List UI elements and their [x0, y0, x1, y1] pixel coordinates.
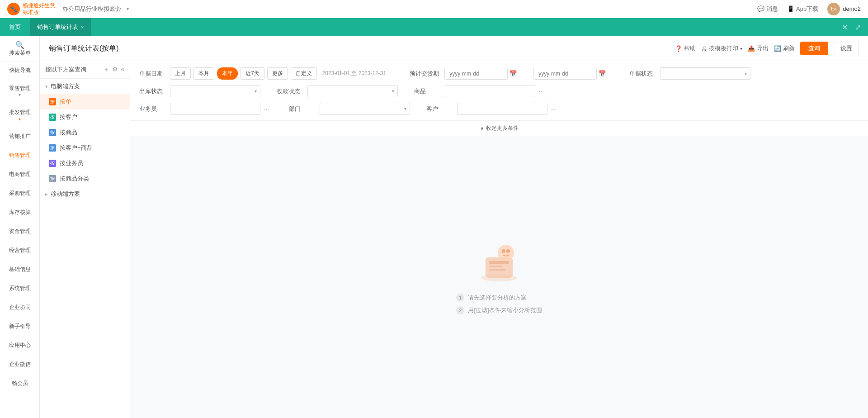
empty-illustration [472, 239, 526, 285]
svg-rect-2 [489, 261, 509, 264]
collapse-bar[interactable]: ∧ 收起更多条件 [130, 120, 868, 136]
tab-close-window-icon[interactable]: ✕ [840, 21, 849, 33]
payment-status-select[interactable] [307, 85, 398, 97]
sidebar-item-enterprise[interactable]: 企业协同 [0, 298, 39, 317]
collapse-arrow-icon: ∧ [480, 125, 484, 132]
export-button[interactable]: 📤 导出 [748, 44, 769, 52]
date-buttons: 上月 本月 本年 近7天 更多 自定义 2023-01-01 至 2023-12… [170, 67, 386, 80]
out-status-wrap: ▾ [170, 85, 260, 97]
empty-hints: 1 请先选择要分析的方案 2 用[过滤]条件来缩小分析范围 [456, 294, 542, 314]
out-status-select[interactable] [170, 85, 260, 97]
goods-input[interactable] [445, 85, 535, 97]
user-menu[interactable]: Ea demo2 [827, 3, 861, 15]
tab-close-button[interactable]: × [81, 24, 84, 30]
page-header: 销售订单统计表(按单) ❓ 帮助 🖨 按模板打印 ▾ 📤 导出 🔄 刷新 [40, 36, 868, 61]
tree-item-by-customer[interactable]: 按 按客户 [40, 109, 130, 125]
sidebar-item-finance[interactable]: 资金管理 [0, 222, 39, 241]
sidebar-item-appcenter[interactable]: 应用中心 [0, 336, 39, 355]
tab-sales-order-stats[interactable]: 销售订单统计表 × [30, 18, 91, 36]
app-download-button[interactable]: 📱 App下载 [787, 5, 818, 13]
bill-status-select[interactable] [660, 67, 750, 80]
payment-status-label: 收款状态 [277, 87, 302, 95]
more-button[interactable]: 更多 [267, 67, 288, 80]
sidebar-item-quicknav[interactable]: 快捷导航 [0, 62, 39, 79]
left-panel-header: 按以下方案查询 ＋ ⚙ « [40, 61, 130, 79]
top-bar: 🐾 畅捷通好生意 标准版 办公用品行业模拟账套 ▾ 💬 消息 📱 App下载 E… [0, 0, 868, 18]
message-button[interactable]: 💬 消息 [757, 5, 778, 13]
sidebar-item-base-info[interactable]: 基础信息 [0, 260, 39, 279]
tree-item-by-goods[interactable]: 按 按商品 [40, 125, 130, 140]
customer-label: 客户 [426, 105, 452, 113]
tree-item-by-customer-goods[interactable]: 按 按客户+商品 [40, 140, 130, 156]
tree-item-by-goods-category[interactable]: 按 按商品分类 [40, 171, 130, 186]
customer-more-icon[interactable]: ··· [547, 104, 560, 114]
sidebar-item-system[interactable]: 系统管理 [0, 279, 39, 298]
app-title-arrow-icon[interactable]: ▾ [127, 6, 129, 11]
tree-icon-salesperson: 按 [49, 160, 56, 167]
sidebar-item-purchase[interactable]: 采购管理 [0, 184, 39, 203]
sidebar-item-wechat[interactable]: 企业微信 [0, 355, 39, 374]
left-panel-title: 按以下方案查询 [45, 66, 86, 74]
dept-label: 部门 [289, 105, 314, 113]
this-month-button[interactable]: 本月 [193, 67, 214, 80]
print-icon: 🖨 [701, 45, 707, 52]
dept-wrap: ▾ [320, 103, 410, 115]
dept-select[interactable] [320, 103, 410, 115]
left-panel-actions: ＋ ⚙ « [103, 66, 124, 74]
empty-hint-2: 2 用[过滤]条件来缩小分析范围 [456, 306, 542, 314]
left-panel-add-button[interactable]: ＋ [103, 66, 109, 74]
salesperson-input[interactable] [170, 103, 260, 115]
left-panel-settings-button[interactable]: ⚙ [112, 66, 118, 74]
tree-icon-order: 按 [49, 98, 56, 105]
this-year-button[interactable]: 本年 [217, 67, 238, 80]
sidebar-item-membership[interactable]: 畅会员 [0, 374, 39, 393]
sidebar-item-newuser[interactable]: 新手引导 [0, 317, 39, 336]
last7-button[interactable]: 近7天 [241, 67, 264, 80]
tab-bar-actions: ✕ ⤢ [840, 21, 868, 33]
setting-button[interactable]: 设置 [834, 42, 859, 55]
tab-home[interactable]: 首页 [0, 18, 30, 36]
sidebar-item-sales[interactable]: 销售管理 [0, 146, 39, 165]
date-end-input[interactable] [533, 68, 597, 80]
main-layout: 🔍 搜索菜单 快捷导航 零售管理 ▾ 批发管理 ▴ 营销推广 销售管理 电商管理… [0, 36, 868, 418]
goods-label: 商品 [414, 87, 439, 95]
date-start-wrap: 📅 [444, 68, 517, 80]
filter-bar: 单据日期 上月 本月 本年 近7天 更多 自定义 2023-01-01 至 20… [130, 61, 868, 136]
top-bar-right: 💬 消息 📱 App下载 Ea demo2 [757, 3, 861, 15]
goods-more-icon[interactable]: ··· [535, 86, 547, 96]
custom-button[interactable]: 自定义 [291, 67, 317, 80]
customer-input[interactable] [457, 103, 547, 115]
calendar-end-icon[interactable]: 📅 [599, 70, 606, 77]
left-panel-collapse-button[interactable]: « [121, 66, 124, 74]
sidebar-item-operations[interactable]: 经营管理 [0, 241, 39, 260]
left-panel: 按以下方案查询 ＋ ⚙ « ▾ 电脑端方案 按 按单 按 [40, 61, 130, 418]
payment-status-wrap: ▾ [307, 85, 398, 97]
sidebar-item-retail[interactable]: 零售管理 ▾ [0, 79, 39, 103]
tree-icon-goods-category: 按 [49, 175, 56, 182]
page-title: 销售订单统计表(按单) [49, 44, 119, 59]
print-button[interactable]: 🖨 按模板打印 ▾ [701, 44, 742, 52]
sidebar-item-ecommerce[interactable]: 电商管理 [0, 165, 39, 184]
calendar-start-icon[interactable]: 📅 [509, 70, 517, 77]
app-title: 办公用品行业模拟账套 [62, 5, 121, 13]
phone-icon: 📱 [787, 5, 794, 12]
sidebar-item-search[interactable]: 🔍 搜索菜单 [0, 36, 39, 62]
refresh-button[interactable]: 🔄 刷新 [774, 44, 795, 52]
page-actions: ❓ 帮助 🖨 按模板打印 ▾ 📤 导出 🔄 刷新 查询 设置 [675, 42, 859, 61]
sidebar-item-marketing[interactable]: 营销推广 [0, 127, 39, 146]
salesperson-more-icon[interactable]: ··· [260, 104, 273, 114]
date-end-wrap: 📅 [533, 68, 606, 80]
sidebar-item-wholesale[interactable]: 批发管理 ▴ [0, 103, 39, 127]
last-month-button[interactable]: 上月 [170, 67, 191, 80]
date-start-input[interactable] [444, 68, 508, 80]
sidebar-item-inventory[interactable]: 库存核算 [0, 203, 39, 222]
tab-maximize-icon[interactable]: ⤢ [853, 21, 863, 33]
print-arrow-icon: ▾ [740, 46, 742, 51]
help-button[interactable]: ❓ 帮助 [675, 44, 696, 52]
svg-rect-3 [489, 266, 503, 267]
goods-wrap: ··· [445, 85, 547, 97]
tree-item-by-salesperson[interactable]: 按 按业务员 [40, 156, 130, 171]
tree-icon-customer: 按 [49, 114, 56, 121]
tree-item-by-order[interactable]: 按 按单 [40, 94, 130, 109]
query-button[interactable]: 查询 [800, 42, 828, 55]
